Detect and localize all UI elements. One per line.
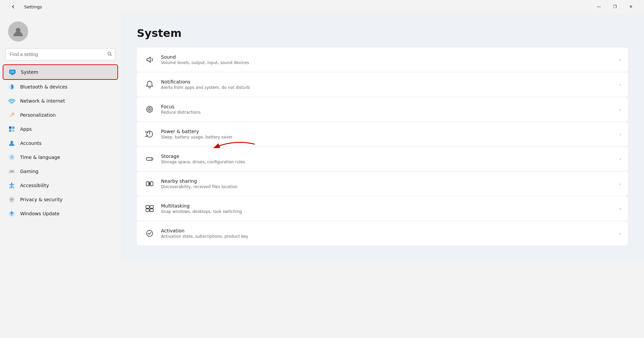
network-icon <box>8 97 15 105</box>
svg-rect-4 <box>11 74 13 75</box>
focus-desc: Reduce distractions <box>161 110 614 115</box>
windows-update-label: Windows Update <box>20 211 60 216</box>
settings-item-power[interactable]: Power & battery Sleep, battery usage, ba… <box>137 122 628 146</box>
svg-rect-11 <box>12 129 14 132</box>
svg-rect-29 <box>146 209 149 212</box>
gaming-label: Gaming <box>20 169 39 174</box>
svg-point-21 <box>149 109 150 110</box>
sidebar-item-accounts[interactable]: Accounts <box>3 136 118 150</box>
multitasking-chevron: › <box>620 206 621 211</box>
system-icon <box>9 68 16 76</box>
settings-item-activation[interactable]: Activation Activation state, subscriptio… <box>137 221 628 245</box>
sidebar-item-privacy[interactable]: Privacy & security <box>3 192 118 207</box>
nearby-title: Nearby sharing <box>161 178 614 184</box>
storage-icon <box>144 153 156 165</box>
sidebar-item-time[interactable]: Time & language <box>3 150 118 164</box>
sidebar-nav: System Bluetooth & devices <box>3 64 118 221</box>
accounts-icon <box>8 139 15 147</box>
multitasking-desc: Snap windows, desktops, task switching <box>161 209 614 214</box>
settings-item-storage[interactable]: Storage Storage space, drives, configura… <box>137 147 628 171</box>
svg-rect-10 <box>9 129 11 132</box>
avatar[interactable] <box>8 21 28 42</box>
svg-rect-9 <box>12 126 14 129</box>
svg-point-17 <box>11 183 12 184</box>
settings-item-focus[interactable]: Focus Reduce distractions › <box>137 97 628 121</box>
nearby-desc: Discoverability, received files location <box>161 184 614 189</box>
time-icon <box>8 154 15 161</box>
svg-rect-30 <box>150 209 153 212</box>
sound-chevron: › <box>620 57 621 62</box>
system-label: System <box>21 69 38 75</box>
user-icon <box>12 25 24 38</box>
svg-rect-27 <box>146 206 149 208</box>
focus-icon <box>144 103 156 115</box>
close-button[interactable]: ✕ <box>623 1 639 12</box>
notifications-desc: Alerts from apps and system, do not dist… <box>161 85 614 90</box>
personalization-icon <box>8 111 15 119</box>
power-title: Power & battery <box>161 129 614 134</box>
gaming-icon <box>8 168 15 175</box>
nearby-chevron: › <box>620 181 621 186</box>
sound-desc: Volume levels, output, input, sound devi… <box>161 60 614 65</box>
notifications-title: Notifications <box>161 79 614 84</box>
sound-icon <box>144 54 156 66</box>
storage-title: Storage <box>161 154 614 159</box>
svg-rect-8 <box>9 126 11 129</box>
personalization-label: Personalization <box>20 112 56 118</box>
time-label: Time & language <box>20 155 60 160</box>
minimize-button[interactable]: — <box>591 1 606 12</box>
settings-item-nearby[interactable]: Nearby sharing Discoverability, received… <box>137 172 628 196</box>
nearby-icon <box>144 178 156 190</box>
page-title: System <box>137 27 628 40</box>
sidebar-item-gaming[interactable]: Gaming <box>3 164 118 178</box>
sidebar-item-apps[interactable]: Apps <box>3 122 118 136</box>
activation-title: Activation <box>161 228 614 233</box>
svg-point-24 <box>151 159 152 160</box>
activation-desc: Activation state, subscriptions, product… <box>161 234 614 239</box>
search-input[interactable] <box>5 48 115 60</box>
main-content: System Sound Volume levels, output, inpu… <box>121 13 644 259</box>
app-container: System Bluetooth & devices <box>0 13 644 338</box>
svg-point-31 <box>147 230 153 236</box>
sound-title: Sound <box>161 54 614 60</box>
notifications-chevron: › <box>620 82 621 87</box>
settings-item-notifications[interactable]: Notifications Alerts from apps and syste… <box>137 72 628 97</box>
activation-icon <box>144 227 156 239</box>
apps-label: Apps <box>20 126 32 132</box>
sidebar-item-windows-update[interactable]: Windows Update <box>3 207 118 221</box>
sidebar-item-network[interactable]: Network & internet <box>3 94 118 108</box>
maximize-button[interactable]: ❐ <box>607 1 623 12</box>
activation-chevron: › <box>620 231 621 236</box>
title-bar: Settings — ❐ ✕ <box>0 0 644 13</box>
storage-desc: Storage space, drives, configuration rul… <box>161 160 614 164</box>
storage-chevron: › <box>620 157 621 162</box>
settings-item-sound[interactable]: Sound Volume levels, output, input, soun… <box>137 48 628 72</box>
focus-title: Focus <box>161 104 614 109</box>
focus-chevron: › <box>620 107 621 112</box>
notifications-icon <box>144 78 156 91</box>
multitasking-icon <box>144 203 156 215</box>
settings-item-multitasking[interactable]: Multitasking Snap windows, desktops, tas… <box>137 196 628 221</box>
svg-point-16 <box>13 171 14 172</box>
sidebar-item-accessibility[interactable]: Accessibility <box>3 178 118 192</box>
accessibility-icon <box>8 182 15 189</box>
multitasking-title: Multitasking <box>161 203 614 209</box>
sidebar-item-personalization[interactable]: Personalization <box>3 108 118 122</box>
network-label: Network & internet <box>20 98 65 104</box>
back-button[interactable] <box>5 1 21 12</box>
privacy-icon <box>8 196 15 203</box>
sidebar-item-system[interactable]: System <box>3 64 118 80</box>
settings-list: Sound Volume levels, output, input, soun… <box>137 48 628 245</box>
accessibility-label: Accessibility <box>20 183 49 188</box>
avatar-section <box>3 13 118 48</box>
power-icon <box>144 128 156 140</box>
svg-point-15 <box>12 171 13 172</box>
bluetooth-icon <box>8 83 15 91</box>
search-box <box>5 48 115 60</box>
accounts-label: Accounts <box>20 140 42 146</box>
sidebar-item-bluetooth[interactable]: Bluetooth & devices <box>3 80 118 94</box>
power-desc: Sleep, battery usage, battery saver <box>161 135 614 139</box>
title-bar-title: Settings <box>24 4 42 9</box>
windows-update-icon <box>8 210 15 217</box>
bluetooth-label: Bluetooth & devices <box>20 84 67 90</box>
